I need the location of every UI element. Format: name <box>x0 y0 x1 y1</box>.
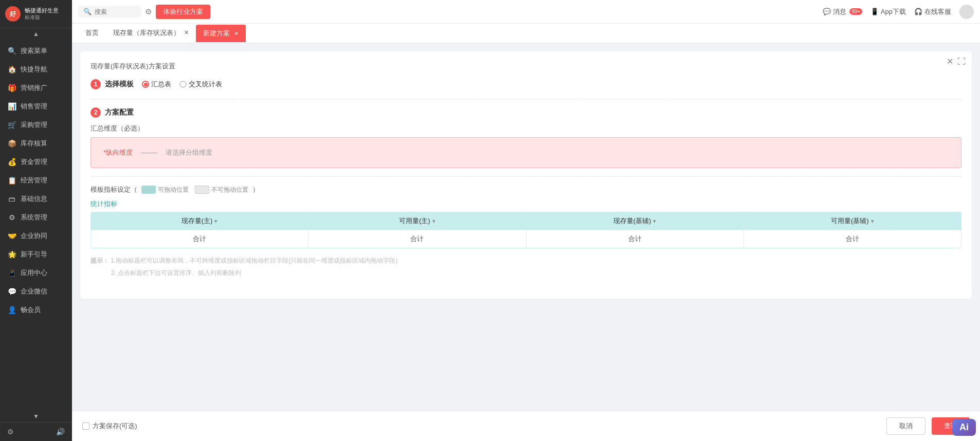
indicator-label: 模板指标设定（ 可拖动位置 不可拖动位置 ） <box>90 185 961 194</box>
step1-section: 1 选择模板 汇总表 交叉统计表 <box>90 79 961 89</box>
dimension-placeholder: 请选择分组维度 <box>166 148 212 157</box>
data-cell-2: 合计 <box>527 230 744 248</box>
user-avatar[interactable] <box>959 5 974 19</box>
download-icon: 📱 <box>870 8 879 15</box>
sidebar-item-search[interactable]: 🔍搜索菜单 <box>0 42 72 60</box>
sidebar-item-cooperation[interactable]: 🤝企业协同 <box>0 227 72 245</box>
col-header-1[interactable]: 可用量(主) ▾ <box>308 212 526 230</box>
sidebar-item-label: 畅会员 <box>21 305 41 315</box>
sidebar-item-inventory[interactable]: 📦库存核算 <box>0 134 72 153</box>
tips-section: 提示： 1.拖动标题栏可以调整布局，不可跨维度或指标区域拖动栏目字段(只能在同一… <box>90 254 961 279</box>
sidebar-scroll-up[interactable]: ▲ <box>0 28 72 40</box>
sidebar-item-marketing[interactable]: 🎁营销推广 <box>0 79 72 97</box>
template-radio-group: 汇总表 交叉统计表 <box>142 80 222 89</box>
step1-header: 1 选择模板 汇总表 交叉统计表 <box>90 79 961 89</box>
close-panel-btn[interactable]: ✕ <box>947 57 953 66</box>
dimension-box[interactable]: *纵向维度 —— 请选择分组维度 <box>90 137 961 168</box>
tab-close-new-plan[interactable]: ✕ <box>234 30 239 37</box>
tab-new-plan[interactable]: 新建方案✕ <box>196 25 246 42</box>
col-header-0[interactable]: 现存量(主) ▾ <box>91 212 308 230</box>
sidebar-item-label: 库存核算 <box>21 139 47 148</box>
stats-header-row: 现存量(主) ▾ 可用量(主) ▾ 现存量(基辅) ▾ <box>91 212 961 230</box>
sidebar-item-system[interactable]: ⚙系统管理 <box>0 208 72 227</box>
sidebar-item-label: 新手引导 <box>21 250 47 259</box>
sidebar-item-label: 经营管理 <box>21 176 47 185</box>
member-icon: 👤 <box>7 306 16 314</box>
step1-label: 选择模板 <box>105 80 134 89</box>
tips-header: 提示： 1.拖动标题栏可以调整布局，不可跨维度或指标区域拖动栏目字段(只能在同一… <box>90 254 961 267</box>
save-plan-checkbox[interactable] <box>82 422 89 430</box>
sidebar-item-purchase[interactable]: 🛒采购管理 <box>0 116 72 134</box>
sidebar-item-operations[interactable]: 📋经营管理 <box>0 171 72 190</box>
data-cell-1: 合计 <box>308 230 526 248</box>
cancel-button[interactable]: 取消 <box>886 417 925 435</box>
trial-btn[interactable]: 体验行业方案 <box>156 5 210 19</box>
main-panel: 现存量(库存状况表)方案设置 ✕ ⛶ 1 选择模板 汇总表 <box>80 51 972 299</box>
col-label-1: 可用量(主) <box>399 216 430 226</box>
purchase-icon: 🛒 <box>7 121 16 129</box>
sidebar-item-basic-info[interactable]: 🗃基础信息 <box>0 190 72 208</box>
online-service-label: 在线客服 <box>924 7 951 16</box>
indicator-section: 模板指标设定（ 可拖动位置 不可拖动位置 ） <box>90 185 961 279</box>
sidebar: 好 畅捷通好生意 标准版 ▲ 🔍搜索菜单🏠快捷导航🎁营销推广📊销售管理🛒采购管理… <box>0 0 72 441</box>
settings-icon[interactable]: ⚙ <box>7 428 14 436</box>
gear-icon[interactable]: ⚙ <box>145 7 152 16</box>
dimension-section: 汇总维度（必选） *纵向维度 —— 请选择分组维度 <box>90 124 961 168</box>
sidebar-item-quick-nav[interactable]: 🏠快捷导航 <box>0 60 72 79</box>
col-label-0: 现存量(主) <box>182 216 213 226</box>
basic-info-icon: 🗃 <box>7 195 16 203</box>
tab-inventory-status[interactable]: 现存量（库存状况表）✕ <box>106 24 196 43</box>
col-chevron-1: ▾ <box>432 218 435 225</box>
radio-summary-label: 汇总表 <box>151 80 171 89</box>
app-name: 畅捷通好生意 <box>25 7 59 14</box>
step2-num: 2 <box>90 107 101 118</box>
sidebar-item-new-guide[interactable]: 🌟新手引导 <box>0 245 72 264</box>
col-header-3[interactable]: 可用量(基辅) ▾ <box>744 212 961 230</box>
radio-summary[interactable]: 汇总表 <box>142 80 171 89</box>
main-content: 🔍 ⚙ 体验行业方案 💬 消息 99+ 📱 App下载 🎧 在线客服 首 <box>72 0 980 441</box>
tab-home[interactable]: 首页 <box>78 24 106 43</box>
app-version: 标准版 <box>25 14 59 21</box>
content-area: 现存量(库存状况表)方案设置 ✕ ⛶ 1 选择模板 汇总表 <box>72 43 980 411</box>
sidebar-item-finance[interactable]: 💰资金管理 <box>0 153 72 171</box>
app-download-btn[interactable]: 📱 App下载 <box>870 7 906 16</box>
operations-icon: 📋 <box>7 176 16 185</box>
online-service-btn[interactable]: 🎧 在线客服 <box>914 7 951 16</box>
step2-header: 2 方案配置 <box>90 107 961 118</box>
search-box[interactable]: 🔍 <box>78 6 141 17</box>
sidebar-scroll-down[interactable]: ▼ <box>0 411 72 422</box>
sidebar-footer: ⚙ 🔊 <box>0 422 72 441</box>
search-input[interactable] <box>95 8 136 15</box>
cooperation-icon: 🤝 <box>7 232 16 240</box>
tab-label-inventory-status: 现存量（库存状况表） <box>113 28 180 38</box>
tabs-bar: 首页现存量（库存状况表）✕新建方案✕ <box>72 24 980 43</box>
expand-panel-btn[interactable]: ⛶ <box>957 57 966 66</box>
sidebar-item-label: 企业协同 <box>21 231 47 241</box>
sidebar-item-sales[interactable]: 📊销售管理 <box>0 97 72 116</box>
sound-icon[interactable]: 🔊 <box>56 428 65 436</box>
indicator-title-text: 模板指标设定（ <box>90 185 137 194</box>
message-btn[interactable]: 💬 消息 99+ <box>823 7 862 16</box>
sidebar-item-label: 系统管理 <box>21 213 47 222</box>
sidebar-item-app-center[interactable]: 📱应用中心 <box>0 264 72 282</box>
stats-section: 统计指标 现存量(主) ▾ 可用量(主) ▾ <box>90 199 961 248</box>
stats-data-row: 合计 合计 合计 合计 <box>91 230 961 248</box>
app-logo: 好 畅捷通好生意 标准版 <box>0 0 72 28</box>
indicator-legend: 可拖动位置 不可拖动位置 <box>141 186 248 194</box>
radio-cross-dot <box>179 81 187 88</box>
footer-bar: 方案保存(可选) 取消 查询 <box>72 411 980 441</box>
col-header-2[interactable]: 现存量(基辅) ▾ <box>527 212 744 230</box>
radio-cross[interactable]: 交叉统计表 <box>179 80 222 89</box>
ai-badge[interactable]: Ai <box>952 419 976 436</box>
sidebar-item-wechat[interactable]: 💬企业微信 <box>0 282 72 301</box>
panel-actions: ✕ ⛶ <box>940 51 972 71</box>
tab-close-inventory-status[interactable]: ✕ <box>184 29 189 36</box>
indicator-title-suffix: ） <box>252 185 259 194</box>
sidebar-item-label: 搜索菜单 <box>21 46 47 56</box>
tab-label-home: 首页 <box>85 28 99 38</box>
sidebar-item-member[interactable]: 👤畅会员 <box>0 301 72 319</box>
message-label: 消息 <box>833 7 846 16</box>
legend-draggable: 可拖动位置 <box>141 186 189 194</box>
topbar-right: 💬 消息 99+ 📱 App下载 🎧 在线客服 <box>823 5 974 19</box>
app-center-icon: 📱 <box>7 269 16 277</box>
